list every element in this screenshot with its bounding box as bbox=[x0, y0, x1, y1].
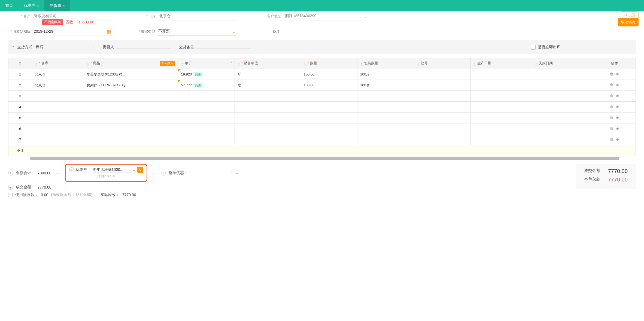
help-icon[interactable]: ? bbox=[231, 171, 233, 175]
scan-entry-button[interactable]: 扫码录入 bbox=[160, 61, 175, 66]
sort-icon[interactable]: ▲▼ bbox=[417, 62, 420, 66]
cell-price[interactable]: 57.777历史 bbox=[178, 80, 235, 91]
order-discount-field[interactable] bbox=[190, 171, 229, 175]
cell-price[interactable]: 19.923历史 bbox=[178, 69, 235, 80]
calendar-icon[interactable]: ▦ bbox=[107, 29, 111, 34]
add-row-icon[interactable]: ⊕ bbox=[615, 126, 620, 131]
delete-row-icon[interactable]: 🗑 bbox=[609, 116, 614, 120]
tab-sales-order[interactable]: 销货单× bbox=[44, 0, 70, 11]
cell-unit[interactable] bbox=[235, 123, 301, 134]
cell-price[interactable] bbox=[178, 123, 235, 134]
add-row-icon[interactable]: ⊕ bbox=[615, 116, 620, 120]
sort-icon[interactable]: ▲▼ bbox=[87, 62, 89, 66]
cell-warehouse[interactable]: 北京仓 bbox=[32, 69, 84, 80]
delete-row-icon[interactable]: 🗑 bbox=[609, 72, 614, 77]
table-row[interactable]: 1北京仓华美华夫软饼1200g 糕...19.923历史斤100.00100斤🗑… bbox=[8, 69, 636, 80]
table-row[interactable]: 6🗑⊕ bbox=[8, 123, 636, 134]
chevron-down-icon[interactable]: ⌄ bbox=[364, 14, 367, 19]
cell-prod-date[interactable] bbox=[470, 102, 532, 113]
gear-icon[interactable]: ⚙ bbox=[19, 61, 22, 65]
cell-unit[interactable] bbox=[235, 91, 301, 102]
delete-row-icon[interactable]: 🗑 bbox=[609, 126, 614, 131]
cell-unit[interactable] bbox=[235, 102, 301, 113]
cell-product[interactable] bbox=[84, 134, 178, 145]
add-row-icon[interactable]: ⊕ bbox=[615, 83, 620, 88]
cell-price[interactable] bbox=[178, 102, 235, 113]
cell-pack[interactable]: 100斤 bbox=[357, 69, 414, 80]
refresh-coupon-button[interactable]: ↻ bbox=[137, 167, 143, 173]
table-row[interactable]: 3🗑⊕ bbox=[8, 91, 636, 102]
cell-warehouse[interactable] bbox=[32, 102, 84, 113]
sort-icon[interactable]: ▲▼ bbox=[304, 62, 306, 66]
delete-row-icon[interactable]: 🗑 bbox=[609, 137, 614, 142]
history-tag[interactable]: 历史 bbox=[193, 83, 203, 87]
cell-prod-date[interactable] bbox=[470, 91, 532, 102]
invoice-type-field[interactable]: 不开票 bbox=[157, 27, 236, 36]
history-tag[interactable]: 历史 bbox=[193, 72, 203, 77]
cell-expire-date[interactable] bbox=[532, 80, 593, 91]
chevron-down-icon[interactable]: ⌄ bbox=[132, 168, 136, 172]
cell-prod-date[interactable] bbox=[470, 134, 532, 145]
cell-price[interactable] bbox=[178, 113, 235, 123]
table-row[interactable]: 2北京仓费列罗（FERRERO）巧...57.777历史盒100.00100盒🗑… bbox=[8, 80, 636, 91]
table-row[interactable]: 7🗑⊕ bbox=[8, 134, 636, 145]
close-icon[interactable]: × bbox=[63, 4, 65, 8]
cell-pack[interactable] bbox=[357, 102, 414, 113]
remark-field[interactable] bbox=[282, 30, 361, 33]
chevron-down-icon[interactable]: ⌄ bbox=[91, 45, 95, 49]
sort-icon[interactable]: ▲▼ bbox=[535, 62, 537, 66]
cell-qty[interactable]: 100.00 bbox=[301, 80, 357, 91]
cell-warehouse[interactable] bbox=[32, 123, 84, 134]
customer-field[interactable]: 昕东贸易公司 bbox=[33, 12, 112, 20]
cell-unit[interactable] bbox=[235, 134, 301, 145]
cell-batch[interactable] bbox=[414, 113, 471, 123]
add-row-icon[interactable]: ⊕ bbox=[615, 72, 620, 77]
cell-qty[interactable] bbox=[301, 102, 357, 113]
cell-prod-date[interactable] bbox=[470, 69, 532, 80]
cell-unit[interactable]: 盒 bbox=[235, 80, 301, 91]
cell-product[interactable] bbox=[84, 102, 178, 113]
cell-qty[interactable] bbox=[301, 113, 357, 123]
cell-qty[interactable]: 100.00 bbox=[301, 69, 357, 80]
tab-coupon[interactable]: 优惠券× bbox=[19, 0, 44, 11]
cell-expire-date[interactable] bbox=[532, 134, 593, 145]
cell-expire-date[interactable] bbox=[532, 113, 593, 123]
cell-pack[interactable] bbox=[357, 123, 414, 134]
sort-icon[interactable]: ▲▼ bbox=[181, 62, 184, 66]
cell-qty[interactable] bbox=[301, 91, 357, 102]
cell-warehouse[interactable]: 北京仓 bbox=[32, 80, 84, 91]
tab-home[interactable]: 首页 bbox=[0, 0, 19, 11]
help-icon[interactable]: ? bbox=[230, 61, 232, 65]
cell-prod-date[interactable] bbox=[470, 80, 532, 91]
picker-field[interactable] bbox=[116, 45, 171, 49]
cell-batch[interactable] bbox=[414, 102, 471, 113]
cancel-shipping-button[interactable]: 取消物流 bbox=[618, 18, 639, 26]
cell-batch[interactable] bbox=[414, 91, 471, 102]
close-icon[interactable]: × bbox=[37, 4, 39, 8]
cell-expire-date[interactable] bbox=[532, 102, 593, 113]
sort-icon[interactable]: ▲▼ bbox=[473, 62, 476, 66]
horizontal-scrollbar[interactable] bbox=[30, 157, 619, 160]
cell-product[interactable] bbox=[84, 113, 178, 123]
delete-row-icon[interactable]: 🗑 bbox=[609, 94, 614, 99]
cell-warehouse[interactable] bbox=[32, 134, 84, 145]
cell-price[interactable] bbox=[178, 134, 235, 145]
delete-row-icon[interactable]: 🗑 bbox=[609, 83, 614, 88]
cell-expire-date[interactable] bbox=[532, 91, 593, 102]
cell-product[interactable] bbox=[84, 123, 178, 134]
delivery-remark-field[interactable] bbox=[196, 45, 251, 49]
addr-field[interactable]: 张阳 18513400390 bbox=[283, 12, 362, 20]
chevron-down-icon[interactable]: ⌄ bbox=[232, 29, 236, 34]
cell-expire-date[interactable] bbox=[532, 123, 593, 134]
due-date-field[interactable]: 2019-12-29 bbox=[33, 28, 112, 35]
add-row-icon[interactable]: ⊕ bbox=[615, 105, 620, 110]
sort-icon[interactable]: ▲▼ bbox=[360, 62, 363, 66]
cell-prod-date[interactable] bbox=[470, 123, 532, 134]
cell-warehouse[interactable] bbox=[32, 91, 84, 102]
cell-prod-date[interactable] bbox=[470, 113, 532, 123]
delivery-method-field[interactable]: 自提 bbox=[35, 43, 89, 51]
cell-product[interactable] bbox=[84, 91, 178, 102]
sort-icon[interactable]: ▲▼ bbox=[35, 62, 38, 66]
cell-pack[interactable]: 100盒 bbox=[357, 80, 414, 91]
cell-batch[interactable] bbox=[414, 123, 471, 134]
